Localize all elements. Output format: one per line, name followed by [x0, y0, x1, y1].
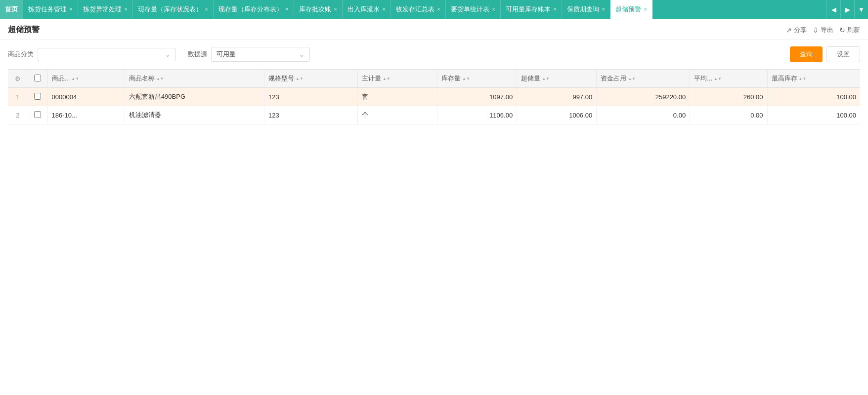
- nav-tab-order-stat-close[interactable]: ×: [492, 6, 495, 13]
- category-select[interactable]: ⌄: [38, 48, 176, 61]
- datasource-label: 数据源: [188, 50, 207, 59]
- nav-tab-batch-close[interactable]: ×: [334, 6, 337, 13]
- page-title: 超储预警: [8, 25, 40, 35]
- row-checkbox-cell-1[interactable]: [28, 106, 47, 124]
- nav-tab-avail[interactable]: 可用量库存账本 ×: [501, 0, 562, 19]
- th-stock-label: 库存量: [441, 74, 461, 83]
- th-avg-sort-icon: ▲▼: [714, 77, 722, 81]
- row-checkbox-0[interactable]: [34, 93, 41, 100]
- share-button[interactable]: ↗ 分享: [786, 26, 807, 35]
- th-over-label: 超储量: [521, 74, 540, 83]
- th-unit-label: 主计量: [362, 74, 381, 83]
- page-container: 超储预警 ↗ 分享 ⇩ 导出 ↻ 刷新 商品分类 ⌄ 数据源: [0, 19, 868, 395]
- query-button[interactable]: 查询: [790, 46, 823, 62]
- nav-tab-home-label: 首页: [5, 5, 18, 14]
- row-name-1: 机油滤清器: [125, 106, 264, 124]
- row-capital-1: 0.00: [597, 106, 690, 124]
- nav-tab-batch[interactable]: 库存批次账 ×: [294, 0, 343, 19]
- th-name[interactable]: 商品名称 ▲▼: [125, 70, 264, 88]
- nav-tab-stock-dist-close[interactable]: ×: [285, 6, 289, 13]
- nav-tab-inout-close[interactable]: ×: [382, 6, 386, 13]
- data-table: ⚙ 商品... ▲▼ 商品名称 ▲▼: [8, 69, 860, 124]
- nav-tab-stock-status[interactable]: 现存量（库存状况表） ×: [133, 0, 214, 19]
- th-gear[interactable]: ⚙: [8, 70, 28, 88]
- nav-tab-abnormal-close[interactable]: ×: [124, 6, 128, 13]
- row-code-0: 0000004: [47, 88, 125, 106]
- th-code-label: 商品...: [52, 74, 70, 83]
- nav-tab-task-close[interactable]: ×: [69, 6, 73, 13]
- nav-tab-home[interactable]: 首页: [0, 0, 23, 19]
- top-nav: 首页 拣货任务管理 × 拣货异常处理 × 现存量（库存状况表） × 现存量（库存…: [0, 0, 868, 19]
- th-capital[interactable]: 资金占用 ▲▼: [597, 70, 690, 88]
- row-avg-1: 0.00: [690, 106, 767, 124]
- th-spec[interactable]: 规格型号 ▲▼: [264, 70, 358, 88]
- row-name-0: 六配套新昌490BPG: [125, 88, 264, 106]
- nav-tab-task[interactable]: 拣货任务管理 ×: [23, 0, 78, 19]
- nav-arrows: ◀ ▶ ▼: [826, 0, 868, 19]
- th-over-sort-icon: ▲▼: [542, 77, 550, 81]
- nav-tab-overstock-label: 超储预警: [615, 5, 641, 14]
- refresh-button[interactable]: ↻ 刷新: [839, 26, 860, 35]
- nav-tab-stock-status-label: 现存量（库存状况表）: [138, 5, 202, 14]
- nav-tab-stock-status-close[interactable]: ×: [205, 6, 208, 13]
- nav-tab-overstock-close[interactable]: ×: [644, 6, 647, 13]
- export-button[interactable]: ⇩ 导出: [813, 26, 833, 35]
- th-checkbox[interactable]: [28, 70, 47, 88]
- category-filter: 商品分类 ⌄: [8, 48, 176, 61]
- nav-tab-task-label: 拣货任务管理: [28, 5, 67, 14]
- th-max-sort-icon: ▲▼: [799, 77, 807, 81]
- nav-tab-inout[interactable]: 出入库流水 ×: [343, 0, 391, 19]
- nav-tab-stock-dist[interactable]: 现存量（库存分布表） ×: [214, 0, 294, 19]
- category-chevron-icon: ⌄: [165, 51, 171, 58]
- row-avg-0: 260.00: [690, 88, 767, 106]
- datasource-chevron-icon: ⌄: [299, 51, 304, 58]
- th-spec-sort-icon: ▲▼: [296, 77, 304, 81]
- nav-next-arrow[interactable]: ▶: [840, 0, 854, 19]
- nav-tab-collect-close[interactable]: ×: [437, 6, 440, 13]
- row-checkbox-cell-0[interactable]: [28, 88, 47, 106]
- th-max[interactable]: 最高库存 ▲▼: [767, 70, 860, 88]
- table-container: ⚙ 商品... ▲▼ 商品名称 ▲▼: [0, 69, 868, 124]
- th-spec-label: 规格型号: [268, 74, 294, 83]
- nav-tab-quality-close[interactable]: ×: [602, 6, 605, 13]
- th-over[interactable]: 超储量 ▲▼: [517, 70, 597, 88]
- filter-actions: 查询 设置: [790, 46, 860, 62]
- row-over-1: 1006.00: [517, 106, 597, 124]
- th-capital-sort-icon: ▲▼: [628, 77, 636, 81]
- row-unit-1: 个: [358, 106, 437, 124]
- row-spec-0: 123: [264, 88, 358, 106]
- nav-tab-abnormal[interactable]: 拣货异常处理 ×: [78, 0, 133, 19]
- table-row: 1 0000004 六配套新昌490BPG 123 套 1097.00 997.…: [8, 88, 860, 106]
- row-stock-0: 1097.00: [437, 88, 517, 106]
- nav-tab-abnormal-label: 拣货异常处理: [83, 5, 122, 14]
- row-checkbox-1[interactable]: [34, 111, 41, 118]
- filter-area: 商品分类 ⌄ 数据源 可用量 ⌄ 查询 设置: [0, 40, 868, 69]
- row-over-0: 997.00: [517, 88, 597, 106]
- select-all-checkbox[interactable]: [34, 75, 41, 81]
- nav-menu-arrow[interactable]: ▼: [854, 0, 868, 19]
- nav-tab-order-stat[interactable]: 要货单统计表 ×: [446, 0, 501, 19]
- th-avg[interactable]: 平均... ▲▼: [690, 70, 767, 88]
- th-stock[interactable]: 库存量 ▲▼: [437, 70, 517, 88]
- nav-tab-order-stat-label: 要货单统计表: [451, 5, 489, 14]
- nav-tab-overstock[interactable]: 超储预警 ×: [610, 0, 652, 19]
- row-max-0: 100.00: [767, 88, 860, 106]
- nav-prev-arrow[interactable]: ◀: [826, 0, 840, 19]
- nav-tab-stock-dist-label: 现存量（库存分布表）: [218, 5, 283, 14]
- th-avg-label: 平均...: [694, 74, 712, 83]
- nav-tab-quality[interactable]: 保质期查询 ×: [562, 0, 610, 19]
- nav-tab-collect[interactable]: 收发存汇总表 ×: [391, 0, 446, 19]
- th-max-label: 最高库存: [772, 74, 797, 83]
- page-header: 超储预警 ↗ 分享 ⇩ 导出 ↻ 刷新: [0, 19, 868, 40]
- row-num-0: 1: [8, 88, 28, 106]
- th-unit[interactable]: 主计量 ▲▼: [358, 70, 437, 88]
- share-label: 分享: [794, 26, 807, 35]
- th-name-sort-icon: ▲▼: [156, 77, 164, 81]
- datasource-select[interactable]: 可用量 ⌄: [211, 47, 310, 62]
- nav-tab-collect-label: 收发存汇总表: [396, 5, 434, 14]
- gear-icon: ⚙: [15, 75, 21, 82]
- th-code-sort-icon: ▲▼: [71, 77, 79, 81]
- nav-tab-avail-close[interactable]: ×: [553, 6, 557, 13]
- settings-button[interactable]: 设置: [826, 46, 860, 62]
- th-code[interactable]: 商品... ▲▼: [47, 70, 125, 88]
